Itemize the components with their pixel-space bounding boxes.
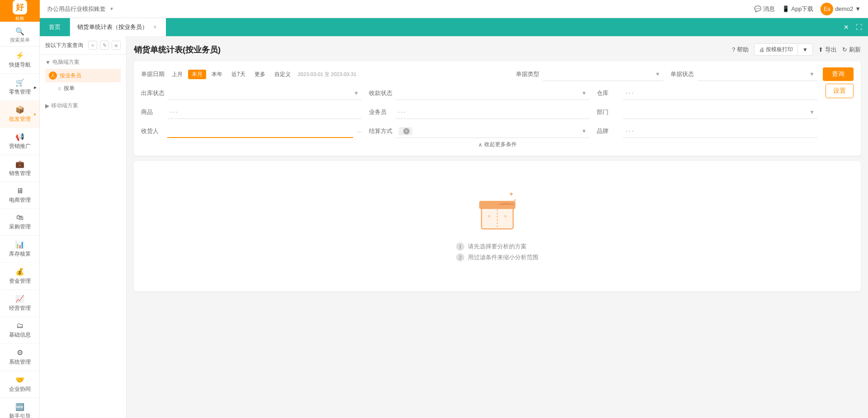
empty-illustration: ✦ ✦: [470, 188, 524, 233]
sidebar-logo[interactable]: 好 标账: [0, 0, 40, 22]
goods-select[interactable]: ···: [167, 105, 362, 119]
right-panel: 销货单统计表(按业务员) ? 帮助 🖨 按模板打印 ▼: [127, 36, 868, 418]
doc-status-select[interactable]: ▼: [698, 67, 817, 81]
user-arrow-icon: ▼: [855, 5, 861, 12]
doc-type-select[interactable]: ▼: [543, 67, 663, 81]
system-icon: ⚙: [17, 348, 23, 357]
desktop-group-title[interactable]: ▼ 电脑端方案: [45, 58, 121, 66]
salesperson-select[interactable]: ···: [395, 105, 590, 119]
ecommerce-icon: 🖥: [16, 187, 24, 195]
print-label: 按模板打印: [766, 46, 793, 53]
sidebar-item-purchase[interactable]: 🛍 采购管理: [0, 209, 39, 236]
topbar-right: 💬 消息 📱 App下载 Ea demo2 ▼: [754, 3, 861, 15]
sidebar-item-ecommerce[interactable]: 🖥 电商管理: [0, 182, 39, 209]
settlement-tag-remove-btn[interactable]: ×: [403, 128, 410, 134]
page-header: 销货单统计表(按业务员) ? 帮助 🖨 按模板打印 ▼: [134, 43, 861, 56]
tab-close-btn[interactable]: ×: [151, 24, 159, 31]
tab-home-label: 首页: [49, 23, 61, 31]
dept-chevron-icon: ▼: [809, 109, 815, 115]
svg-text:✦: ✦: [509, 190, 514, 198]
sidebar-item-enterprise[interactable]: 🤝 企业协同: [0, 371, 39, 398]
retail-arrow-icon: ▶: [34, 85, 37, 89]
brand-select[interactable]: ···: [623, 124, 817, 138]
collapse-bar[interactable]: ∧ 收起更多条件: [141, 138, 854, 149]
warehouse-dots: ···: [626, 89, 634, 97]
page-header-actions: ? 帮助 🖨 按模板打印 ▼ ⬆ 导出: [732, 43, 861, 56]
tab-home[interactable]: 首页: [40, 18, 70, 36]
message-btn[interactable]: 💬 消息: [754, 5, 775, 13]
settlement-select[interactable]: × ▼: [396, 124, 590, 138]
print-dropdown-btn[interactable]: ▼: [798, 45, 812, 55]
dept-select[interactable]: ▼: [623, 105, 817, 119]
download-icon: 📱: [782, 5, 789, 12]
mobile-group-title[interactable]: ▶ 移动端方案: [45, 100, 121, 111]
user-menu[interactable]: Ea demo2 ▼: [821, 3, 861, 15]
sidebar-item-system[interactable]: ⚙ 系统管理: [0, 344, 39, 371]
date-more-btn[interactable]: 更多: [251, 70, 269, 79]
scheme-by-salesperson[interactable]: 人 按业务员: [45, 69, 121, 82]
settings-btn[interactable]: 设置: [826, 84, 854, 98]
consignee-input[interactable]: [167, 124, 353, 138]
logo-text: 标账: [15, 15, 24, 22]
sidebar-search-section[interactable]: 🔍 搜索菜单: [0, 22, 39, 47]
sidebar-item-basic[interactable]: 🗂 基础信息: [0, 317, 39, 344]
empty-hint-2: 2 用过滤条件来缩小分析范围: [456, 253, 538, 261]
tabbar-expand-btn[interactable]: ⛶: [854, 22, 864, 33]
export-label: 导出: [825, 46, 837, 54]
out-status-select[interactable]: ▼: [168, 86, 362, 100]
export-btn[interactable]: ⬆ 导出: [818, 46, 837, 54]
app-download-btn[interactable]: 📱 App下载: [782, 5, 813, 13]
collapse-label: 收起更多条件: [484, 141, 517, 148]
date-prev-month-btn[interactable]: 上月: [168, 70, 186, 79]
sidebar-item-wholesale[interactable]: 📦 批发管理 ▼: [0, 101, 39, 128]
logo-icon: 好: [13, 0, 27, 14]
doc-status-label: 单据状态: [670, 70, 694, 78]
consignee-dots[interactable]: ···: [357, 128, 362, 135]
empty-state: ✦ ✦ 1 请先选择要分析的方案 2: [134, 161, 861, 291]
sub-scheme-by-order[interactable]: ≡ 按单: [45, 82, 121, 95]
date-cur-month-btn[interactable]: 本月: [188, 70, 206, 79]
goods-filter-item: 商品 ···: [141, 105, 362, 119]
sidebar-item-retail[interactable]: 🛒 零售管理 ▶: [0, 74, 39, 101]
search-icon: 🔍: [15, 27, 24, 36]
edit-scheme-btn[interactable]: ✎: [100, 41, 109, 50]
app-dropdown-icon[interactable]: ▼: [109, 6, 114, 11]
add-scheme-btn[interactable]: +: [88, 41, 97, 50]
avatar-text: Ea: [824, 6, 830, 12]
doc-type-chevron-icon: ▼: [655, 71, 660, 77]
basic-icon: 🗂: [16, 322, 24, 330]
sidebar-item-operation[interactable]: 📈 经营管理: [0, 290, 39, 317]
sidebar-item-sales[interactable]: 💼 销售管理: [0, 155, 39, 182]
settlement-filter-item: 结算方式 × ▼: [369, 124, 590, 138]
warehouse-select[interactable]: ···: [623, 86, 817, 100]
goods-label: 商品: [141, 108, 164, 116]
tabbar-close-btn[interactable]: ✕: [841, 22, 852, 33]
dept-filter-item: 部门 ▼: [597, 105, 817, 119]
recv-status-select[interactable]: ▼: [396, 86, 590, 100]
retail-icon: 🛒: [15, 78, 24, 87]
sidebar-item-marketing[interactable]: 📢 营销推广: [0, 128, 39, 155]
help-btn[interactable]: ? 帮助: [732, 46, 749, 54]
print-btn[interactable]: 🖨 按模板打印: [755, 44, 798, 55]
date-cur-year-btn[interactable]: 本年: [208, 70, 226, 79]
main-area: 办公用品行业模拟账套 ▼ 💬 消息 📱 App下载 Ea demo2 ▼ 首: [40, 0, 868, 418]
collapse-panel-btn[interactable]: «: [112, 41, 121, 50]
doc-status-chevron-icon: ▼: [809, 71, 815, 77]
desktop-group-label: 电脑端方案: [52, 58, 80, 66]
sidebar-item-newbie[interactable]: 🆕 新手引导: [0, 398, 39, 418]
consignee-filter-item: 收货人 ···: [141, 124, 362, 138]
empty-icon: ✦ ✦: [470, 188, 524, 233]
hint-text-2: 用过滤条件来缩小分析范围: [468, 253, 538, 261]
scheme-salesperson-label: 按业务员: [60, 72, 81, 80]
refresh-btn[interactable]: ↻ 刷新: [842, 46, 861, 54]
query-btn[interactable]: 查询: [823, 67, 854, 81]
sidebar-item-inventory[interactable]: 📊 库存核算: [0, 236, 39, 263]
tab-active[interactable]: 销货单统计表（按业务员） ×: [70, 18, 166, 36]
sidebar-item-quick-nav[interactable]: ⚡ 快捷导航: [0, 47, 39, 74]
search-label: 搜索菜单: [10, 37, 30, 43]
sidebar-item-finance[interactable]: 💰 资金管理: [0, 263, 39, 290]
date-last7-btn[interactable]: 近7天: [228, 70, 249, 79]
salesperson-label: 业务员: [369, 108, 392, 116]
left-panel: 按以下方案查询 + ✎ « ▼ 电脑端方案: [40, 36, 127, 418]
date-custom-btn[interactable]: 自定义: [271, 70, 294, 79]
